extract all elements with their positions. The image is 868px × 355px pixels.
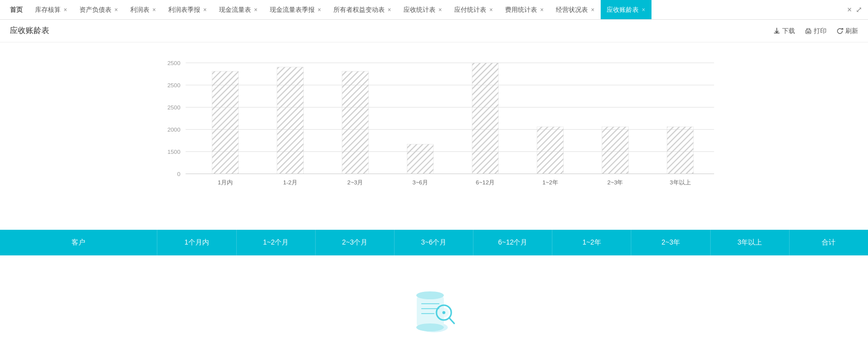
empty-area [0, 255, 868, 355]
svg-point-27 [416, 323, 444, 331]
svg-line-33 [449, 318, 454, 323]
page-header: 应收账龄表 下载 打印 刷新 [0, 20, 868, 42]
svg-text:2000: 2000 [168, 126, 181, 133]
svg-text:1-2月: 1-2月 [283, 179, 297, 185]
tab-cashflow-quarterly-label: 现金流量表季报 [270, 5, 315, 14]
svg-text:2~3月: 2~3月 [347, 179, 363, 185]
tab-profit-quarterly-close[interactable]: × [203, 6, 207, 13]
no-data-illustration [407, 283, 461, 337]
tab-cashflow[interactable]: 现金流量表 × [213, 0, 264, 20]
window-maximize-btn[interactable]: ⤢ [856, 5, 862, 14]
col-3plus-year: 3年以上 [711, 230, 790, 255]
tab-equity[interactable]: 所有者权益变动表 × [327, 0, 398, 20]
tab-ar-stat[interactable]: 应收统计表 × [398, 0, 448, 20]
bar-chart: 2500 2500 2500 2000 1500 0 [20, 52, 848, 200]
header-actions: 下载 打印 刷新 [773, 27, 858, 36]
svg-point-26 [416, 291, 444, 299]
col-2-3month: 2~3个月 [316, 230, 395, 255]
bar-2-3-month [342, 71, 369, 174]
tab-profit-label: 利润表 [130, 5, 149, 14]
bar-1-2-month [277, 67, 304, 174]
tab-ap-stat-label: 应付统计表 [454, 5, 486, 14]
tab-profit-quarterly[interactable]: 利润表季报 × [162, 0, 213, 20]
tab-profit-quarterly-label: 利润表季报 [168, 5, 200, 14]
window-close-btn[interactable]: × [847, 5, 852, 14]
tab-operation-close[interactable]: × [591, 6, 594, 13]
svg-text:3年以上: 3年以上 [670, 179, 691, 185]
tab-ap-stat-close[interactable]: × [489, 6, 493, 13]
tab-cashflow-label: 现金流量表 [219, 5, 251, 14]
tab-ar-aging[interactable]: 应收账龄表 × [601, 0, 651, 20]
tab-balance-sheet[interactable]: 资产负债表 × [73, 0, 124, 20]
page-container: 应收账龄表 下载 打印 刷新 [0, 20, 868, 355]
table-header: 客户 1个月内 1~2个月 2~3个月 3~6个月 6~12个月 1~2年 2~… [0, 230, 868, 255]
svg-text:6~12月: 6~12月 [476, 179, 495, 185]
col-6-12month: 6~12个月 [473, 230, 552, 255]
refresh-icon [836, 28, 843, 35]
tab-cashflow-quarterly-close[interactable]: × [318, 6, 321, 13]
svg-text:1~2年: 1~2年 [542, 179, 558, 185]
bar-1-2-year [537, 127, 564, 174]
tab-expense-stat[interactable]: 费用统计表 × [499, 0, 550, 20]
col-1month: 1个月内 [157, 230, 236, 255]
tab-cashflow-quarterly[interactable]: 现金流量表季报 × [264, 0, 327, 20]
svg-text:0: 0 [177, 171, 181, 177]
tab-profit-close[interactable]: × [152, 6, 156, 13]
tab-equity-label: 所有者权益变动表 [333, 5, 385, 14]
tab-inventory-label: 库存核算 [35, 5, 61, 14]
col-total: 合计 [790, 230, 868, 255]
tab-home[interactable]: 首页 [4, 0, 29, 20]
tab-ap-stat[interactable]: 应付统计表 × [448, 0, 499, 20]
refresh-button[interactable]: 刷新 [836, 27, 858, 36]
tab-expense-stat-label: 费用统计表 [505, 5, 537, 14]
window-controls: × ⤢ [847, 5, 864, 14]
tab-inventory[interactable]: 库存核算 × [29, 0, 73, 20]
tab-ar-stat-close[interactable]: × [438, 6, 442, 13]
download-button[interactable]: 下载 [773, 27, 795, 36]
tab-profit[interactable]: 利润表 × [124, 0, 162, 20]
tab-ar-stat-label: 应收统计表 [403, 5, 435, 14]
download-icon [773, 28, 780, 35]
bar-3-6-month [407, 144, 434, 174]
tab-equity-close[interactable]: × [388, 6, 391, 13]
svg-text:2~3年: 2~3年 [608, 179, 623, 185]
svg-text:1500: 1500 [168, 148, 181, 155]
print-icon [805, 28, 812, 35]
svg-text:1月内: 1月内 [218, 179, 233, 185]
bar-3plus-year [667, 127, 694, 174]
tab-balance-sheet-label: 资产负债表 [79, 5, 111, 14]
tab-expense-stat-close[interactable]: × [540, 6, 543, 13]
print-button[interactable]: 打印 [805, 27, 827, 36]
svg-rect-1 [807, 32, 810, 33]
svg-text:2500: 2500 [168, 82, 181, 88]
tab-inventory-close[interactable]: × [64, 6, 67, 13]
bar-1-month [212, 71, 239, 174]
page-title: 应收账龄表 [10, 26, 49, 36]
svg-text:2500: 2500 [168, 104, 181, 110]
col-3-6month: 3~6个月 [395, 230, 473, 255]
col-2-3year: 2~3年 [631, 230, 710, 255]
chart-area: 2500 2500 2500 2000 1500 0 [0, 42, 868, 230]
tab-home-label: 首页 [10, 5, 23, 14]
tab-operation-label: 经营状况表 [556, 5, 588, 14]
bar-6-12-month [472, 63, 499, 174]
tab-ar-aging-label: 应收账龄表 [607, 5, 639, 14]
tab-ar-aging-close[interactable]: × [642, 6, 645, 13]
svg-text:2500: 2500 [168, 60, 181, 66]
col-1-2year: 1~2年 [552, 230, 631, 255]
tab-bar: 首页 库存核算 × 资产负债表 × 利润表 × 利润表季报 × 现金流量表 × … [0, 0, 868, 20]
tab-cashflow-close[interactable]: × [254, 6, 257, 13]
tab-operation[interactable]: 经营状况表 × [550, 0, 601, 20]
tab-balance-sheet-close[interactable]: × [114, 6, 118, 13]
svg-point-34 [442, 311, 445, 314]
col-1-2month: 1~2个月 [237, 230, 316, 255]
bar-2-3-year [602, 127, 629, 174]
svg-text:3~6月: 3~6月 [412, 179, 428, 185]
col-customer: 客户 [0, 230, 157, 255]
